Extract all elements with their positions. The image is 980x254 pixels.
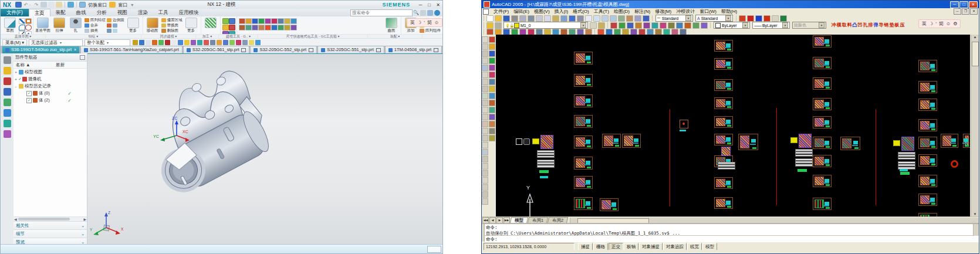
die-command-button[interactable]: 取	[842, 22, 847, 28]
pattern-feature-button[interactable]: 阵列特征	[85, 18, 106, 23]
unite-button[interactable]: 合并	[85, 23, 106, 28]
child-minimize-button[interactable]: ─	[954, 8, 961, 15]
object-snap-icon[interactable]	[668, 22, 675, 29]
toolbar-icon[interactable]	[511, 15, 518, 22]
pattern-component-button[interactable]: 阵列组件	[420, 28, 441, 33]
gallery-icon[interactable]	[420, 10, 426, 16]
object-snap-icon[interactable]	[651, 22, 658, 29]
menu-修改(M)[interactable]: 修改(M)	[653, 8, 674, 15]
gc-tool-icon[interactable]	[271, 25, 278, 31]
draw-tool-icon[interactable]	[489, 65, 495, 71]
menu-文件(F)[interactable]: 文件(F)	[491, 8, 511, 15]
draw-tool-icon[interactable]	[489, 128, 495, 134]
detail-drawing-cell[interactable]	[813, 155, 832, 167]
menu-冲模设计[interactable]: 冲模设计	[674, 8, 697, 15]
snap-point-icon[interactable]	[255, 40, 261, 45]
process-studio-icon[interactable]	[4, 130, 11, 138]
detail-drawing-cell[interactable]	[714, 177, 733, 189]
touch-mode-icon[interactable]	[79, 2, 86, 8]
expander-icon[interactable]: -	[13, 84, 18, 89]
ime-item[interactable]: 英	[410, 19, 415, 26]
part-tab[interactable]: S32-205GC-551_stp.prt	[317, 46, 384, 53]
layer-previous-icon[interactable]	[598, 22, 605, 29]
gc-tool-icon[interactable]	[284, 25, 290, 31]
object-snap-icon[interactable]	[643, 22, 650, 29]
die-tool-icon[interactable]	[569, 29, 576, 35]
tree-row[interactable]: -模型历史记录	[13, 83, 87, 90]
die-tool-icon[interactable]	[560, 29, 567, 35]
gc-tool-icon[interactable]	[290, 25, 297, 31]
die-command-button[interactable]: 凹	[857, 22, 863, 28]
ime-item[interactable]: 英	[922, 21, 927, 27]
ime-item[interactable]: ’	[935, 21, 937, 26]
die-tool-icon[interactable]	[544, 29, 551, 35]
toolbar-icon[interactable]	[747, 15, 754, 22]
toolbar-icon[interactable]	[772, 15, 779, 22]
detach-window-icon[interactable]	[376, 48, 381, 52]
layer-tool-icon[interactable]	[486, 22, 494, 29]
toolbar-icon[interactable]	[544, 15, 551, 22]
extrude-button[interactable]: 拉伸	[52, 17, 67, 33]
gc-tool-icon[interactable]	[290, 18, 297, 24]
toolbar-icon[interactable]	[495, 15, 502, 22]
snap-point-icon[interactable]	[236, 40, 241, 45]
draw-tool-icon[interactable]	[489, 86, 495, 92]
menu-插入(I)[interactable]: 插入(I)	[552, 8, 571, 15]
menu-视图(V)[interactable]: 视图(V)	[532, 8, 552, 15]
ime-item[interactable]: ☺	[946, 21, 951, 26]
draw-tool-icon[interactable]	[482, 170, 488, 177]
die-tool-icon[interactable]	[536, 29, 543, 35]
modeling-tool-icon[interactable]	[229, 25, 235, 31]
drawing-canvas[interactable]: Y X	[496, 35, 970, 216]
draw-tool-icon[interactable]	[482, 36, 488, 43]
gc-tool-icon[interactable]	[265, 18, 271, 24]
command-line[interactable]: 命令: 自动保存到 C:\Users\Administrator\AppData…	[482, 223, 979, 242]
selection-scope-dropdown[interactable]: 整个装配▾	[85, 39, 130, 46]
gc-tool-icon[interactable]	[284, 18, 290, 24]
toolbar-icon[interactable]	[560, 15, 567, 22]
ime-item[interactable]: 简	[939, 21, 944, 27]
detail-drawing-cell[interactable]	[622, 134, 641, 148]
tree-row[interactable]: +✓摄像机	[13, 76, 87, 83]
snap-point-icon[interactable]	[210, 40, 215, 45]
save-icon[interactable]	[15, 2, 22, 8]
draw-tool-icon[interactable]	[489, 50, 495, 57]
draw-tool-icon[interactable]	[489, 93, 495, 99]
toolbar-icon[interactable]	[626, 15, 633, 22]
toolbar-icon[interactable]	[593, 15, 600, 22]
detail-drawing-cell[interactable]	[813, 198, 832, 210]
draw-tool-icon[interactable]	[489, 114, 495, 120]
die-command-button[interactable]: 排	[868, 22, 873, 28]
detail-drawing-cell[interactable]	[813, 77, 832, 90]
surface-button[interactable]: 曲面	[384, 17, 399, 33]
column-uptodate[interactable]: 最新	[56, 62, 79, 68]
snap-point-icon[interactable]	[197, 40, 202, 45]
snap-point-icon[interactable]	[158, 40, 164, 45]
ime-item[interactable]: ☽	[417, 20, 421, 25]
die-tool-icon[interactable]	[647, 29, 654, 35]
die-command-button[interactable]: 导	[878, 22, 884, 28]
draw-tool-icon[interactable]	[482, 177, 488, 184]
detail-drawing-cell[interactable]	[714, 197, 733, 209]
gc-tool-icon[interactable]	[252, 18, 258, 24]
draw-tool-icon[interactable]	[482, 135, 488, 141]
detail-drawing-cell[interactable]	[941, 134, 958, 148]
snap-point-icon[interactable]	[249, 40, 254, 45]
draw-tool-icon[interactable]	[489, 72, 495, 78]
toolbar-icon[interactable]	[601, 15, 609, 22]
chamfer-button[interactable]	[107, 23, 124, 28]
bracket-model[interactable]	[134, 63, 278, 198]
ime-item[interactable]: ☽	[929, 21, 933, 26]
snap-point-icon[interactable]	[229, 40, 235, 45]
tab-file[interactable]: 文件(F)	[1, 9, 29, 16]
die-command-button[interactable]: 压	[900, 22, 905, 28]
snap-point-icon[interactable]	[165, 40, 170, 45]
cut-icon[interactable]	[40, 2, 47, 8]
snap-point-icon[interactable]	[146, 40, 151, 45]
die-command-button[interactable]: 凸	[852, 22, 857, 28]
part-tab[interactable]: 1TM-04508_stp.prt	[385, 46, 442, 53]
redo-icon[interactable]: ↷	[35, 2, 39, 8]
toolbar-icon[interactable]	[634, 15, 641, 22]
draw-tool-icon[interactable]	[482, 184, 488, 191]
canvas-vscrollbar[interactable]: ▲ ▼	[971, 35, 979, 216]
